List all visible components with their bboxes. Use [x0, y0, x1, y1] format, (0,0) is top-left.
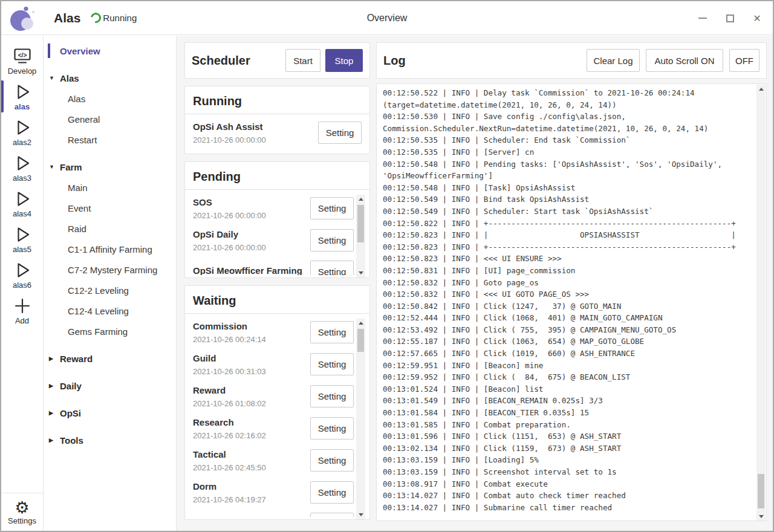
log-output[interactable]: 00:12:50.522 | INFO | Delay task `Commis…	[376, 83, 767, 521]
nav-item[interactable]: C1-1 Affinity Farming	[44, 239, 176, 259]
log-line: (target=datetime.datetime(2021, 10, 26, …	[383, 99, 752, 111]
log-line: 00:13:03.159 | INFO | [Loading] 5%	[383, 454, 752, 466]
scheduler-panel: Scheduler Start Stop	[184, 42, 370, 79]
log-scrollbar[interactable]	[756, 85, 766, 521]
nav-item[interactable]: ▼ Farm	[44, 157, 176, 177]
nav-item[interactable]: General	[44, 109, 176, 129]
scheduler-start-button[interactable]: Start	[285, 49, 320, 72]
nav-item[interactable]: C12-4 Leveling	[44, 300, 176, 321]
task-row: Tactical 2021-10-26 02:45:50 Setting	[193, 444, 354, 476]
scroll-up-icon[interactable]	[356, 195, 365, 204]
window-maximize-button[interactable]	[725, 13, 735, 23]
task-next-run-time: 2021-10-26 00:00:00	[193, 243, 307, 252]
rail-item[interactable]: alas3	[1, 150, 43, 186]
clear-log-button[interactable]: Clear Log	[587, 49, 640, 72]
task-setting-button[interactable]: Setting	[310, 481, 354, 504]
log-line: 00:12:50.535 | INFO | Scheduler: End tas…	[383, 134, 752, 146]
scroll-down-icon[interactable]	[356, 268, 365, 277]
waiting-task-list[interactable]: Commission 2021-10-26 00:24:14 Setting G…	[185, 314, 369, 517]
nav-item[interactable]: Raid	[44, 218, 176, 239]
gear-icon: ⚙	[15, 499, 29, 516]
nav-item[interactable]: Main	[44, 177, 176, 198]
rail-item[interactable]: alas4	[1, 186, 43, 221]
pending-scrollbar[interactable]	[356, 195, 365, 277]
log-line: 00:12:53.492 | INFO | Click ( 755, 395) …	[383, 324, 752, 336]
task-name: Guild	[193, 352, 307, 364]
task-name: Tactical	[193, 449, 307, 460]
rail-item[interactable]: alas5	[1, 221, 43, 257]
rail-item[interactable]: alas2	[1, 114, 43, 150]
scroll-thumb[interactable]	[357, 205, 364, 242]
rail-item[interactable]: </> Develop	[1, 43, 43, 79]
task-setting-button[interactable]: Setting	[310, 261, 354, 275]
running-spinner-icon	[89, 11, 103, 25]
log-line: 00:12:50.823 | INFO | +-----------------…	[383, 241, 752, 253]
play-icon	[13, 225, 31, 244]
nav-arrow-icon: ▶	[49, 437, 60, 443]
waiting-scrollbar[interactable]	[356, 319, 365, 519]
task-next-run-time: 2021-10-26 01:08:02	[193, 399, 307, 408]
nav-item[interactable]: ▶ Daily	[44, 375, 176, 396]
window-close-button[interactable]	[752, 13, 762, 23]
task-setting-button[interactable]: Setting	[318, 122, 362, 144]
rail-item[interactable]: Add	[1, 293, 43, 328]
scheduler-stop-button[interactable]: Stop	[325, 49, 363, 72]
log-line: 00:12:50.522 | INFO | Delay task `Commis…	[383, 87, 752, 99]
settings-button[interactable]: ⚙ Settings	[1, 493, 43, 531]
nav-arrow-icon: ▼	[49, 75, 60, 81]
log-line: 00:12:57.665 | INFO | Click (1019, 660) …	[383, 348, 752, 360]
task-setting-button[interactable]: Setting	[310, 321, 354, 343]
nav-item[interactable]: ▶ Reward	[44, 348, 176, 369]
nav-item[interactable]: Alas	[44, 88, 176, 109]
nav-item[interactable]: Event	[44, 198, 176, 218]
log-line: 00:12:52.444 | INFO | Click (1068, 401) …	[383, 312, 752, 324]
nav-item[interactable]: ▶ Tools	[44, 430, 176, 450]
task-next-run-time: 2021-10-26 00:31:03	[193, 367, 307, 376]
scroll-thumb[interactable]	[758, 474, 764, 508]
task-row: Shop Setting	[193, 508, 354, 517]
instance-rail: </> Develop	[1, 36, 44, 531]
task-setting-button[interactable]: Setting	[310, 449, 354, 472]
task-row: Dorm 2021-10-26 04:19:27 Setting	[193, 476, 354, 508]
scroll-up-icon[interactable]	[356, 319, 365, 328]
log-line: 00:13:02.134 | INFO | Click (1159, 673) …	[383, 443, 752, 455]
nav-item[interactable]: C12-2 Leveling	[44, 280, 176, 300]
task-name: Shop	[193, 517, 307, 517]
scroll-down-icon[interactable]	[356, 510, 365, 519]
rail-item[interactable]: alas6	[1, 257, 43, 293]
task-setting-button[interactable]: Setting	[310, 197, 354, 219]
task-setting-button[interactable]: Setting	[310, 229, 354, 251]
rail-item[interactable]: alas	[1, 79, 43, 114]
nav-item[interactable]: ▼ Alas	[44, 68, 176, 88]
task-setting-button[interactable]: Setting	[310, 417, 354, 440]
task-setting-button[interactable]: Setting	[310, 513, 354, 517]
task-name: Reward	[193, 384, 307, 396]
task-row: Guild 2021-10-26 00:31:03 Setting	[193, 348, 354, 380]
nav-item[interactable]: Overview	[44, 41, 176, 61]
minimize-icon	[698, 18, 707, 19]
auto-scroll-off-button[interactable]: OFF	[729, 49, 759, 72]
nav-item[interactable]: C7-2 Mystery Farming	[44, 259, 176, 280]
pending-title: Pending	[185, 162, 369, 190]
scroll-thumb[interactable]	[357, 329, 364, 352]
task-row: SOS 2021-10-26 00:00:00 Setting	[193, 192, 354, 224]
play-icon	[13, 190, 31, 208]
task-next-run-time: 2021-10-26 00:24:14	[193, 335, 307, 344]
plus-icon	[13, 297, 31, 315]
task-setting-button[interactable]: Setting	[310, 353, 354, 375]
task-setting-button[interactable]: Setting	[310, 385, 354, 407]
window-minimize-button[interactable]	[698, 13, 707, 23]
nav-item[interactable]: ▶ OpSi	[44, 403, 176, 423]
svg-text:</>: </>	[18, 51, 27, 58]
nav-item[interactable]: Restart	[44, 129, 176, 150]
play-icon	[13, 83, 31, 101]
scroll-down-icon[interactable]	[756, 512, 766, 521]
auto-scroll-on-button[interactable]: Auto Scroll ON	[646, 49, 723, 72]
task-name: Research	[193, 417, 307, 428]
nav-item[interactable]: Gems Farming	[44, 321, 176, 342]
log-line: 00:12:50.549 | INFO | Scheduler: Start t…	[383, 206, 752, 218]
task-next-run-time: 2021-10-26 00:00:00	[193, 211, 307, 220]
task-row: Research 2021-10-26 02:16:02 Setting	[193, 412, 354, 444]
scroll-up-icon[interactable]	[756, 85, 766, 94]
pending-task-list[interactable]: SOS 2021-10-26 00:00:00 Setting OpSi Dai…	[185, 190, 369, 275]
